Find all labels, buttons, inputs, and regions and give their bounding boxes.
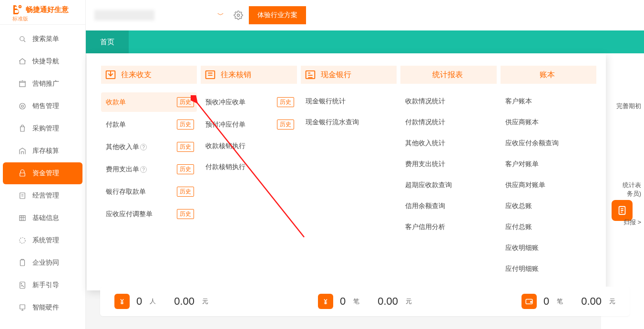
sidebar-item-2[interactable]: 营销推广 (3, 73, 82, 95)
menu-item-label: 付款情况统计 (405, 118, 445, 127)
menu-item[interactable]: 应收总账 (501, 197, 596, 215)
menu-item-label: 供应商对账单 (505, 181, 545, 189)
history-tag[interactable]: 历史 (177, 142, 194, 152)
sidebar-item-label: 库存核算 (32, 147, 59, 155)
menu-item[interactable]: 信用余额查询 (400, 197, 496, 215)
menu-item[interactable]: 收款核销执行 (201, 137, 296, 155)
menu-item-label: 应收应付调整单 (106, 210, 153, 219)
menu-item[interactable]: 应收明细账 (501, 239, 596, 257)
menu-col-0: 往来收支收款单历史付款单历史其他收入单?历史费用支出单?历史银行存取款单历史应收… (101, 66, 197, 281)
menu-item-label: 预付冲应付单 (205, 120, 245, 129)
sidebar-item-label: 资金管理 (32, 169, 59, 178)
menu-item[interactable]: 超期应收款查询 (400, 176, 496, 194)
svg-point-11 (21, 283, 22, 284)
right-text-b1: 统计表 (623, 181, 641, 189)
history-tag[interactable]: 历史 (277, 97, 294, 107)
menu-item[interactable]: 应收应付余额查询 (501, 134, 596, 152)
menu-item-label: 费用支出单? (106, 165, 147, 174)
svg-point-8 (20, 238, 25, 243)
chevron-down-icon[interactable]: ﹀ (214, 11, 228, 20)
history-tag[interactable]: 历史 (177, 97, 194, 107)
history-tag[interactable]: 历史 (177, 164, 194, 174)
menu-item[interactable]: 付款单历史 (101, 115, 197, 134)
menu-item[interactable]: 应付总账 (501, 218, 596, 236)
menu-item-label: 预收冲应收单 (205, 98, 245, 107)
menu-item[interactable]: 其他收入统计 (400, 134, 496, 152)
sidebar-item-11[interactable]: 新手引导 (3, 274, 82, 296)
sidebar-item-label: 经营管理 (32, 191, 59, 200)
menu-item[interactable]: 预收冲应收单历史 (201, 92, 296, 112)
brand-logo: 畅捷通好生意 标准版 (0, 0, 85, 25)
menu-item[interactable]: 费用支出单?历史 (101, 160, 197, 179)
brand-icon (11, 4, 23, 15)
history-tag[interactable]: 历史 (177, 120, 194, 130)
help-icon[interactable]: ? (140, 144, 147, 150)
tab-bar: 首页 (86, 30, 644, 53)
menu-item[interactable]: 客户信用分析 (400, 218, 496, 236)
money-icon (318, 294, 333, 309)
menu-item[interactable]: 银行存取款单历史 (101, 182, 197, 201)
svg-point-13 (237, 14, 240, 17)
section-icon (104, 68, 117, 81)
sidebar-item-label: 企业协同 (32, 259, 59, 267)
history-tag[interactable]: 历史 (177, 209, 194, 219)
tab-home[interactable]: 首页 (86, 30, 129, 53)
right-text-c[interactable]: 归报 > (624, 218, 641, 227)
nav-icon (18, 80, 27, 88)
help-icon[interactable]: ? (140, 166, 147, 173)
sidebar-item-8[interactable]: 基础信息 (3, 207, 82, 229)
history-tag[interactable]: 历史 (177, 187, 194, 197)
menu-item-label: 信用余额查询 (405, 202, 445, 210)
menu-item[interactable]: 收款单历史 (101, 92, 197, 112)
summary-footer: 0人 0.00元 0笔 0.00元 0笔 0.00元 (100, 287, 630, 316)
sidebar-item-label: 营销推广 (32, 80, 59, 88)
history-tag[interactable]: 历史 (277, 120, 294, 130)
svg-rect-12 (20, 305, 25, 309)
svg-rect-9 (20, 260, 25, 266)
svg-point-3 (20, 103, 25, 109)
sidebar-item-1[interactable]: 快捷导航 (3, 50, 82, 72)
menu-item[interactable]: 费用支出统计 (400, 155, 496, 173)
section-icon (204, 68, 217, 81)
menu-item[interactable]: 收款情况统计 (400, 92, 496, 110)
menu-item[interactable]: 应付明细账 (501, 260, 596, 278)
menu-item[interactable]: 现金银行流水查询 (301, 113, 397, 131)
nav-icon (18, 35, 27, 43)
money-icon (114, 294, 130, 309)
menu-item-label: 收款情况统计 (405, 97, 445, 106)
nav-icon (18, 124, 27, 133)
menu-item-label: 超期应收款查询 (405, 181, 452, 189)
menu-item[interactable]: 付款核销执行 (201, 158, 296, 176)
sidebar-item-7[interactable]: 经营管理 (3, 185, 82, 207)
gear-icon[interactable] (234, 10, 243, 20)
right-text-b2: 务员) (627, 189, 641, 198)
menu-item[interactable]: 供应商账本 (501, 113, 596, 131)
menu-item[interactable]: 预付冲应付单历史 (201, 115, 296, 134)
menu-item-label: 应收明细账 (505, 244, 539, 252)
nav-icon (18, 147, 27, 155)
sidebar-item-0[interactable]: 搜索菜单 (3, 28, 82, 50)
menu-item-label: 付款核销执行 (205, 163, 245, 171)
menu-item[interactable]: 付款情况统计 (400, 113, 496, 131)
brand-edition: 标准版 (12, 15, 85, 22)
sidebar-item-9[interactable]: 系统管理 (3, 229, 82, 251)
svg-point-1 (20, 37, 24, 41)
menu-item[interactable]: 其他收入单?历史 (101, 137, 197, 157)
menu-item[interactable]: 客户对账单 (501, 155, 596, 173)
menu-col-header: 账本 (501, 66, 596, 84)
section-icon (304, 68, 317, 81)
sidebar-item-12[interactable]: 智能硬件 (3, 297, 82, 319)
menu-item[interactable]: 供应商对账单 (501, 176, 596, 194)
menu-item[interactable]: 客户账本 (501, 92, 596, 110)
menu-col-2: 现金银行现金银行统计现金银行流水查询 (301, 66, 397, 281)
sidebar-item-label: 基础信息 (32, 214, 59, 222)
menu-item[interactable]: 应收应付调整单历史 (101, 204, 197, 224)
sidebar-item-6[interactable]: 资金管理 (3, 162, 82, 184)
sidebar-item-4[interactable]: 采购管理 (3, 118, 82, 140)
menu-item[interactable]: 现金银行统计 (301, 92, 397, 110)
sidebar-item-5[interactable]: 库存核算 (3, 140, 82, 162)
sidebar-item-3[interactable]: 销售管理 (3, 95, 82, 117)
cta-button[interactable]: 体验行业方案 (249, 6, 306, 24)
sidebar-item-10[interactable]: 企业协同 (3, 252, 82, 274)
nav-icon (18, 57, 27, 66)
